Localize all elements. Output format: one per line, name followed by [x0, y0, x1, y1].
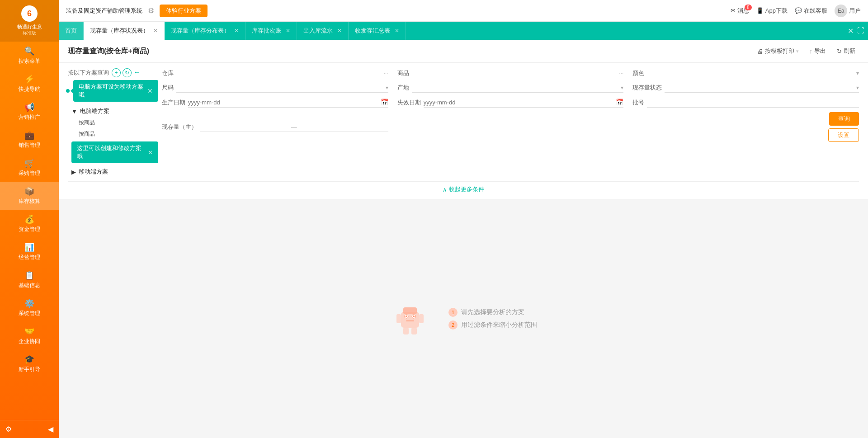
- service-icon: 💬: [795, 7, 802, 14]
- scheme-sub-item-2[interactable]: 按商品: [79, 128, 158, 140]
- field-row-color: 颜色 ▾: [632, 68, 859, 78]
- tab-stock-status-close[interactable]: ✕: [153, 28, 158, 34]
- stock-status-input[interactable]: [665, 84, 856, 91]
- scheme-add-button[interactable]: +: [112, 68, 121, 77]
- mfgdate-calendar-icon[interactable]: 📅: [381, 99, 388, 106]
- svg-rect-7: [396, 314, 401, 323]
- mfgdate-input-wrap: 📅: [188, 97, 388, 108]
- sidebar-item-sales[interactable]: 💼 销售管理: [0, 126, 59, 154]
- goods-input[interactable]: [412, 70, 619, 76]
- fields-grid: 仓库 ··· 商品 ···: [162, 68, 859, 142]
- sidebar-item-quicknav[interactable]: ⚡ 快捷导航: [0, 70, 59, 98]
- goods-dots-icon[interactable]: ···: [619, 70, 623, 76]
- scheme-create-text: 这里可以创建和修改方案哦: [77, 144, 144, 160]
- tab-stock-dist[interactable]: 现存量（库存分布表） ✕: [165, 22, 245, 40]
- search-button[interactable]: 查询: [829, 112, 859, 126]
- tab-summary[interactable]: 收发存汇总表 ✕: [349, 22, 406, 40]
- scheme-tree: ▼ 电脑端方案 按商品 按商品: [68, 105, 158, 140]
- collapse-button[interactable]: ∧ 收起更多条件: [443, 185, 484, 193]
- sidebar-item-finance[interactable]: 💰 资金管理: [0, 210, 59, 238]
- sidebar-item-search[interactable]: 🔍 搜索菜单: [0, 42, 59, 70]
- export-button[interactable]: ↑ 导出: [806, 45, 830, 57]
- experience-button[interactable]: 体验行业方案: [160, 5, 208, 17]
- reset-button[interactable]: 设置: [828, 128, 859, 142]
- size-input[interactable]: [176, 84, 386, 91]
- sidebar-item-basicinfo[interactable]: 📋 基础信息: [0, 266, 59, 294]
- expdate-input[interactable]: [424, 99, 616, 106]
- notification-badge: 8: [745, 5, 752, 10]
- origin-dropdown-icon[interactable]: ▾: [621, 85, 623, 91]
- stock-qty-to-input[interactable]: [299, 123, 388, 130]
- sidebar-item-label: 库存核算: [19, 198, 40, 205]
- tree-label-mobile: 移动端方案: [79, 168, 108, 176]
- system-icon: ⚙️: [24, 298, 34, 308]
- filter-label: 按以下方案查询: [68, 69, 109, 77]
- print-button[interactable]: 🖨 按模板打印 ▾: [754, 45, 802, 57]
- size-dropdown-icon[interactable]: ▾: [386, 85, 388, 91]
- scheme-tree-pc[interactable]: ▼ 电脑端方案: [71, 105, 158, 117]
- sidebar-logo[interactable]: 6 畅通好生意 标准版: [0, 0, 59, 42]
- notification-item[interactable]: ✉ 消息 8: [731, 7, 749, 15]
- svg-rect-0: [401, 312, 419, 328]
- expdate-calendar-icon[interactable]: 📅: [616, 99, 623, 106]
- sidebar-item-inventory[interactable]: 📦 库存核算: [0, 182, 59, 210]
- tab-stock-dist-label: 现存量（库存分布表）: [171, 27, 230, 35]
- gear-icon[interactable]: ⚙: [148, 6, 154, 15]
- warehouse-input[interactable]: [176, 70, 384, 76]
- color-input[interactable]: [647, 70, 856, 76]
- scheme-arrow-left[interactable]: ←: [133, 68, 141, 77]
- expdate-input-wrap: 📅: [424, 97, 624, 108]
- print-dropdown-icon: ▾: [796, 48, 799, 54]
- purchase-icon: 🛒: [24, 158, 34, 168]
- stock-status-dropdown-icon[interactable]: ▾: [856, 85, 859, 91]
- dot-indicator: [66, 89, 70, 93]
- filter-area: 按以下方案查询 + ↻ ← 电脑方案可设为移动方案哦 ✕: [59, 63, 868, 199]
- tab-stock-status[interactable]: 现存量（库存状况表） ✕: [84, 22, 165, 40]
- scheme-sub-item-1[interactable]: 按商品: [79, 117, 158, 128]
- scheme-create-close[interactable]: ✕: [148, 149, 153, 156]
- svg-point-4: [406, 316, 407, 317]
- mfgdate-input[interactable]: [188, 99, 381, 106]
- user-item[interactable]: Ea 用户: [835, 5, 861, 17]
- scheme-actions: + ↻ ←: [112, 68, 141, 77]
- online-service-item[interactable]: 💬 在线客服: [795, 7, 827, 15]
- avatar: Ea: [835, 5, 847, 17]
- tab-stock-dist-close[interactable]: ✕: [234, 28, 239, 34]
- scheme-refresh-button[interactable]: ↻: [123, 68, 132, 77]
- app-download-item[interactable]: 📱 App下载: [756, 7, 788, 15]
- sidebar-item-operations[interactable]: 📊 经营管理: [0, 238, 59, 266]
- search-icon: 🔍: [24, 46, 34, 56]
- tab-summary-close[interactable]: ✕: [395, 28, 399, 34]
- stock-qty-from-input[interactable]: [200, 123, 289, 130]
- scheme-create-tooltip[interactable]: 这里可以创建和修改方案哦 ✕: [71, 141, 158, 163]
- field-row-mfgdate: 生产日期 📅: [162, 97, 388, 108]
- color-dropdown-icon[interactable]: ▾: [856, 70, 859, 76]
- sidebar-item-guide[interactable]: 🎓 新手引导: [0, 350, 59, 378]
- scheme-tooltip-close[interactable]: ✕: [147, 87, 153, 94]
- sidebar-item-collab[interactable]: 🤝 企业协同: [0, 322, 59, 350]
- tab-home[interactable]: 首页: [59, 22, 84, 40]
- refresh-label: 刷新: [844, 47, 855, 55]
- settings-icon[interactable]: ⚙: [5, 425, 12, 433]
- tabs-expand-icon[interactable]: ⛶: [857, 27, 864, 35]
- batch-input[interactable]: [647, 99, 859, 106]
- collapse-sidebar-icon[interactable]: ◀: [48, 425, 53, 433]
- tab-batch-close[interactable]: ✕: [286, 28, 290, 34]
- sidebar-item-purchase[interactable]: 🛒 采购管理: [0, 154, 59, 182]
- sidebar-item-marketing[interactable]: 📢 营销推广: [0, 98, 59, 126]
- tabs-close-all-icon[interactable]: ✕: [848, 27, 854, 35]
- tab-flow-close[interactable]: ✕: [337, 28, 342, 34]
- empty-step-2: 2 用过滤条件来缩小分析范围: [448, 320, 537, 330]
- tab-flow[interactable]: 出入库流水 ✕: [297, 22, 349, 40]
- tab-batch[interactable]: 库存批次账 ✕: [245, 22, 297, 40]
- warehouse-dots-icon[interactable]: ···: [384, 70, 388, 76]
- page-header: 现存量查询(按仓库+商品) 🖨 按模板打印 ▾ ↑ 导出 ↻ 刷新: [59, 40, 868, 63]
- origin-input[interactable]: [412, 84, 621, 91]
- sidebar-item-system[interactable]: ⚙️ 系统管理: [0, 294, 59, 322]
- scheme-tooltip-pc[interactable]: 电脑方案可设为移动方案哦 ✕: [73, 80, 158, 102]
- color-input-wrap: ▾: [647, 68, 859, 78]
- svg-rect-9: [403, 328, 409, 334]
- tabs-bar: 首页 现存量（库存状况表） ✕ 现存量（库存分布表） ✕ 库存批次账 ✕ 出入库…: [59, 22, 868, 40]
- refresh-button[interactable]: ↻ 刷新: [833, 45, 859, 57]
- scheme-tree-mobile-item[interactable]: ▶ 移动端方案: [71, 166, 158, 178]
